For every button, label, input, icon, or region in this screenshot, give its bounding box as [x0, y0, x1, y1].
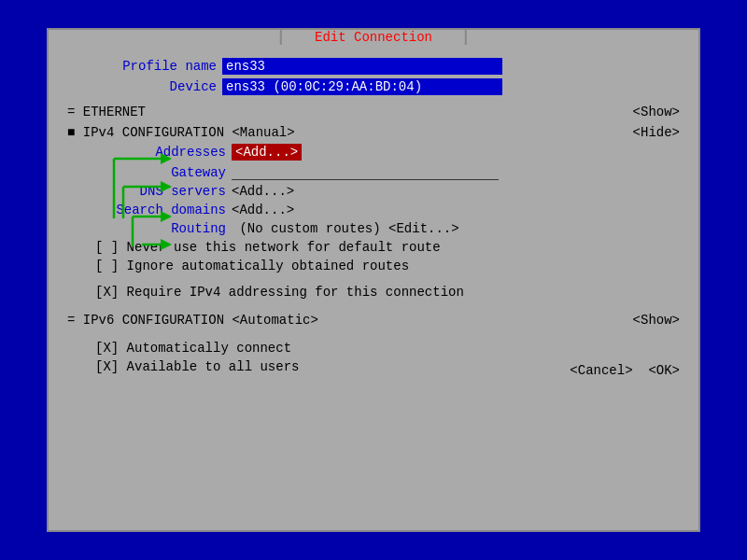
profile-name-value[interactable]: ens33: [222, 58, 502, 75]
edit-connection-window: Edit Connection Profile name ens33 Devic…: [47, 28, 700, 532]
search-row: Search domains <Add...>: [67, 203, 680, 217]
search-add-button[interactable]: <Add...>: [232, 203, 294, 217]
dns-label: DNS servers: [86, 184, 226, 199]
gateway-row: Gateway: [67, 164, 680, 180]
routing-row: Routing (No custom routes) <Edit...>: [67, 221, 680, 236]
ipv4-mode[interactable]: <Manual>: [232, 125, 294, 140]
never-default-row[interactable]: [ ] Never use this network for default r…: [67, 240, 680, 255]
auto-connect-row[interactable]: [X] Automatically connect: [67, 341, 680, 356]
ethernet-label: = ETHERNET: [67, 105, 146, 119]
cancel-button[interactable]: <Cancel>: [570, 363, 632, 378]
ipv6-title: = IPv6 CONFIGURATION <Automatic>: [67, 313, 318, 328]
search-label: Search domains: [86, 203, 226, 217]
device-value[interactable]: ens33 (00:0C:29:AA:BD:04): [222, 78, 502, 95]
bottom-buttons: <Cancel> <OK>: [570, 363, 680, 378]
ethernet-toggle[interactable]: <Show>: [633, 105, 680, 119]
never-default-checkbox[interactable]: [ ] Never use this network for default r…: [95, 240, 441, 255]
addresses-row: Addresses <Add...>: [67, 144, 680, 161]
dns-add-button[interactable]: <Add...>: [232, 184, 294, 199]
ipv6-mode[interactable]: <Automatic>: [232, 313, 317, 328]
ipv4-title: ■ IPv4 CONFIGURATION <Manual>: [67, 125, 295, 140]
require-ipv4-row[interactable]: [X] Require IPv4 addressing for this con…: [67, 285, 680, 300]
gateway-input[interactable]: [232, 164, 499, 180]
device-row: Device ens33 (00:0C:29:AA:BD:04): [67, 78, 680, 95]
profile-name-label: Profile name: [67, 59, 217, 74]
ipv4-header: ■ IPv4 CONFIGURATION <Manual> <Hide>: [67, 125, 680, 140]
device-label: Device: [67, 79, 217, 94]
ipv6-header: = IPv6 CONFIGURATION <Automatic> <Show>: [67, 313, 680, 328]
ignore-routes-checkbox[interactable]: [ ] Ignore automatically obtained routes: [95, 259, 409, 273]
ipv4-toggle[interactable]: <Hide>: [633, 125, 680, 140]
routing-label: Routing: [123, 221, 226, 236]
profile-name-row: Profile name ens33: [67, 58, 680, 75]
all-users-checkbox[interactable]: [X] Available to all users: [95, 359, 299, 374]
routing-edit-button[interactable]: <Edit...>: [388, 221, 459, 236]
auto-connect-checkbox[interactable]: [X] Automatically connect: [95, 341, 291, 356]
require-ipv4-checkbox[interactable]: [X] Require IPv4 addressing for this con…: [95, 285, 464, 300]
gateway-label: Gateway: [86, 165, 226, 180]
ethernet-section: = ETHERNET <Show>: [67, 105, 680, 119]
ipv6-section: = IPv6 CONFIGURATION <Automatic> <Show>: [67, 313, 680, 328]
addresses-label: Addresses: [86, 145, 226, 160]
addresses-add-button[interactable]: <Add...>: [232, 144, 302, 161]
dns-row: DNS servers <Add...>: [67, 184, 680, 199]
routing-value: (No custom routes) <Edit...>: [232, 221, 459, 236]
ipv6-toggle[interactable]: <Show>: [633, 313, 680, 328]
ignore-routes-row[interactable]: [ ] Ignore automatically obtained routes: [67, 259, 680, 273]
ok-button[interactable]: <OK>: [648, 363, 680, 378]
